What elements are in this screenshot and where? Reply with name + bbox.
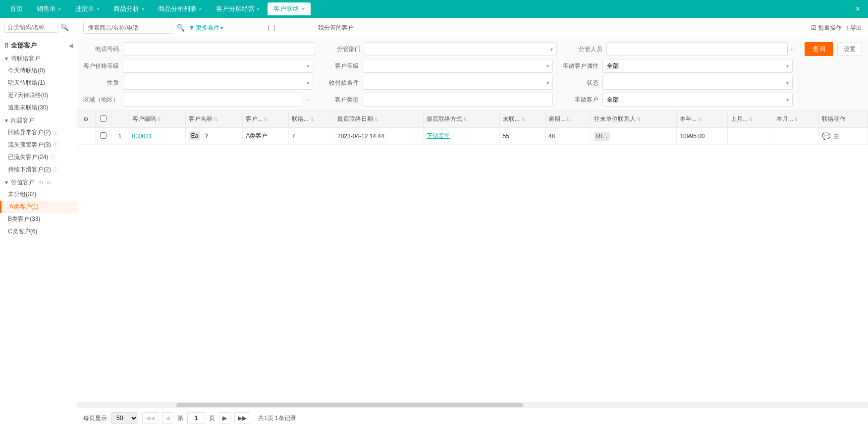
sidebar-item-7days[interactable]: 近7天待联络(0) xyxy=(0,89,77,102)
query-button[interactable]: 查询 xyxy=(805,42,833,56)
prev-page-button[interactable]: ◀ xyxy=(162,412,173,424)
filter-manager-dots[interactable]: ··· xyxy=(788,44,799,54)
filter-retail-attr-select[interactable]: 全部 xyxy=(602,59,793,73)
sidebar-item-declining[interactable]: 持续下滑客户(2) ⓘ xyxy=(0,163,77,176)
sidebar-item-repurchase[interactable]: 回购异常客户(2) ⓘ xyxy=(0,126,77,139)
sidebar-item-churn-warn[interactable]: 流失预警客户(3) ⓘ xyxy=(0,139,77,151)
filter-search-input[interactable] xyxy=(83,22,172,34)
sidebar-item-tomorrow[interactable]: 明天待联络(1) xyxy=(0,77,77,89)
sidebar-search-button[interactable]: 🔍 xyxy=(58,22,71,32)
first-page-button[interactable]: ◀◀ xyxy=(142,412,158,424)
th-contact[interactable]: 联络... ⇅ xyxy=(288,111,334,128)
th-settings[interactable]: ⚙ xyxy=(77,111,95,128)
sidebar-all-customers-header[interactable]: ⠿ 全部客户 ◀ xyxy=(0,37,77,52)
filter-status-select[interactable] xyxy=(602,76,793,90)
grid-action-icon[interactable]: ⊞ xyxy=(833,132,839,140)
th-last-month[interactable]: 上月... ⇅ xyxy=(727,111,773,128)
nav-sales-close[interactable]: × xyxy=(58,6,61,12)
sidebar-item-overdue[interactable]: 逾期未联络(30) xyxy=(0,102,77,114)
filter-status-field: 状态 ▾ xyxy=(563,76,793,90)
filter-nature-wrapper: ▾ xyxy=(123,76,313,90)
th-last-date[interactable]: 最后联络日期 ⇅ xyxy=(334,111,423,128)
td-row-code[interactable]: 000031 xyxy=(129,128,186,145)
edit-icon[interactable]: ✏ xyxy=(47,179,52,186)
th-this-year[interactable]: 本年... ⇅ xyxy=(677,111,727,128)
nav-customer-contact-close[interactable]: × xyxy=(301,6,304,12)
filter-region-input[interactable] xyxy=(123,93,302,107)
bulk-op-button[interactable]: ☑ 批量操作 xyxy=(811,24,842,32)
filter-nature-select[interactable] xyxy=(123,76,313,90)
filter-payment-select[interactable] xyxy=(363,76,553,90)
chat-action-icon[interactable]: 💬 xyxy=(822,132,830,140)
export-button[interactable]: ↑ 导出 xyxy=(846,24,862,32)
row-name-tag: Ea xyxy=(189,131,200,140)
row-checkbox[interactable] xyxy=(100,132,107,139)
total-label: 共1页 1条记录 xyxy=(258,414,296,423)
sidebar-problem-group[interactable]: ▼ 问题客户 xyxy=(0,114,77,126)
th-name[interactable]: 客户名称 ⇅ xyxy=(186,111,243,128)
sidebar-item-class-a[interactable]: A类客户(1) xyxy=(0,201,77,213)
td-row-last-method[interactable]: 下销货单 xyxy=(423,128,499,145)
my-customers-checkbox-label[interactable]: 我分管的客户 xyxy=(227,24,354,32)
sidebar-item-churned[interactable]: 已流失客户(24) ⓘ xyxy=(0,151,77,163)
th-last-method[interactable]: 最后联络方式 ⇅ xyxy=(423,111,499,128)
filter-dept-label: 分管部门 xyxy=(325,45,365,54)
page-label: 第 xyxy=(177,414,183,423)
page-size-select[interactable]: 50 100 xyxy=(111,412,138,424)
filter-retail-customer-select[interactable]: 全部 xyxy=(602,93,793,107)
filter-price-grade-select[interactable] xyxy=(123,59,313,73)
sort-code-icon: ⇅ xyxy=(157,116,161,122)
th-no-contact[interactable]: 未联... ⇅ xyxy=(499,111,545,128)
th-unit-contact[interactable]: 往来单位联系人 ⇅ xyxy=(591,111,677,128)
nav-product-list[interactable]: 商品分析列表 × xyxy=(152,2,208,15)
page-input[interactable] xyxy=(187,412,205,424)
filter-manager-input[interactable] xyxy=(606,42,788,56)
sidebar-pending-group[interactable]: ▼ 待联络客户 xyxy=(0,52,77,64)
nav-product-list-close[interactable]: × xyxy=(199,6,202,12)
sidebar-value-group[interactable]: ▼ 价值客户 ↻ ✏ xyxy=(0,176,77,188)
nav-purchase-close[interactable]: × xyxy=(96,6,99,12)
select-all-checkbox[interactable] xyxy=(100,115,107,122)
sidebar-item-class-c[interactable]: C类客户(6) xyxy=(0,225,77,238)
filter-customer-grade-select[interactable] xyxy=(363,59,553,73)
filter-dept-select[interactable] xyxy=(365,42,557,56)
scrollbar-thumb[interactable] xyxy=(176,403,523,407)
table-header-row: ⚙ 客户编码 ⇅ 客户名称 ⇅ xyxy=(77,111,868,128)
td-row-checkbox[interactable] xyxy=(95,128,111,145)
filter-row-4: 区域（地区） ··· 客户类型 零散客户 全部 ▾ xyxy=(83,93,862,107)
filter-phone-input[interactable] xyxy=(123,42,315,56)
next-page-button[interactable]: ▶ xyxy=(219,412,230,424)
filter-status-label: 状态 xyxy=(563,79,602,87)
sidebar-item-today[interactable]: 今天待联络(0) xyxy=(0,64,77,77)
horizontal-scrollbar[interactable] xyxy=(77,402,868,408)
last-page-button[interactable]: ▶▶ xyxy=(234,412,250,424)
action-icons: 💬 ⊞ xyxy=(822,132,865,140)
sidebar-item-class-b[interactable]: B类客户(33) xyxy=(0,213,77,225)
filter-search-button[interactable]: 🔍 xyxy=(176,24,185,32)
nav-purchase[interactable]: 进货单 × xyxy=(69,2,105,15)
refresh-icon[interactable]: ↻ xyxy=(39,179,44,186)
sidebar-item-unclassified[interactable]: 未分组(32) xyxy=(0,188,77,201)
th-overdue[interactable]: 逾期... ⇅ xyxy=(545,111,591,128)
filter-price-grade-label: 客户价格等级 xyxy=(83,62,123,70)
th-checkbox[interactable] xyxy=(95,111,111,128)
th-type[interactable]: 客户... ⇅ xyxy=(243,111,288,128)
customer-table: ⚙ 客户编码 ⇅ 客户名称 ⇅ xyxy=(77,111,868,145)
nav-product-analysis[interactable]: 商品分析 × xyxy=(108,2,150,15)
nav-customer-segment-close[interactable]: × xyxy=(257,6,260,12)
nav-close-all[interactable]: × xyxy=(852,2,864,15)
nav-sales[interactable]: 销售单 × xyxy=(31,2,67,15)
nav-home[interactable]: 首页 xyxy=(4,2,29,15)
filter-region-dots[interactable]: ··· xyxy=(302,94,313,105)
nav-customer-segment[interactable]: 客户分层经营 × xyxy=(210,2,266,15)
my-customers-checkbox[interactable] xyxy=(227,25,316,31)
more-conditions-button[interactable]: ▼ 更多条件 ▾ xyxy=(189,24,223,32)
th-code[interactable]: 客户编码 ⇅ xyxy=(129,111,186,128)
sidebar-search-input[interactable] xyxy=(4,22,58,33)
th-this-month[interactable]: 本月... ⇅ xyxy=(773,111,818,128)
settings-button[interactable]: 设置 xyxy=(837,43,862,56)
filter-customer-type-input[interactable] xyxy=(363,93,553,107)
nav-customer-contact[interactable]: 客户联络 × xyxy=(268,2,310,15)
sidebar-pending-arrow: ▼ xyxy=(4,56,9,61)
nav-product-analysis-close[interactable]: × xyxy=(141,6,144,12)
